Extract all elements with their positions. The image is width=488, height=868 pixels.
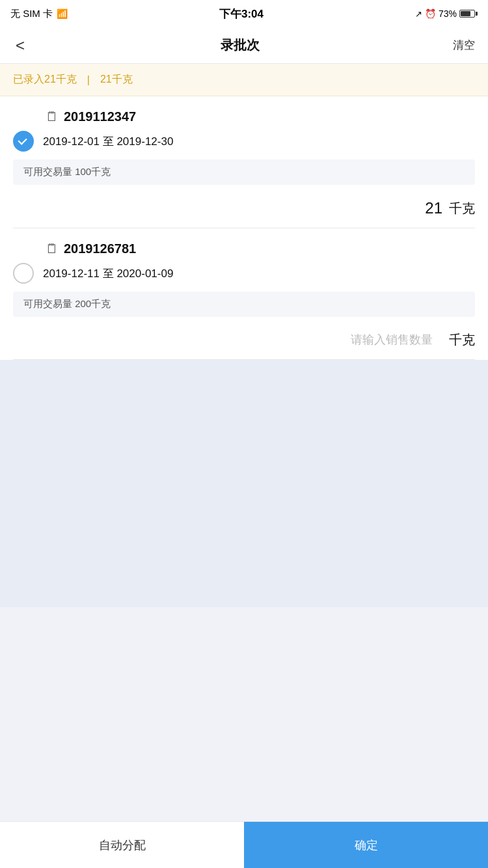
clear-button[interactable]: 清空 bbox=[453, 38, 475, 53]
batch-avail-2: 可用交易量 200千克 bbox=[13, 292, 475, 317]
alarm-icon: ⏰ bbox=[425, 8, 436, 19]
batch-avail-1: 可用交易量 100千克 bbox=[13, 159, 475, 185]
batch-id-2: 2019126781 bbox=[64, 241, 136, 256]
status-bar: 无 SIM 卡 📶 下午3:04 ↗ ⏰ 73% bbox=[0, 0, 488, 27]
summary-divider: | bbox=[87, 74, 90, 86]
nav-bar: < 录批次 清空 bbox=[0, 27, 488, 64]
batch-card-2: 🗒 2019126781 2019-12-11 至 2020-01-09 可用交… bbox=[0, 228, 488, 360]
status-right: ↗ ⏰ 73% bbox=[415, 8, 478, 19]
back-button[interactable]: < bbox=[13, 34, 27, 57]
batch-row-1: 2019-12-01 至 2019-12-30 bbox=[13, 131, 475, 152]
status-left: 无 SIM 卡 📶 bbox=[10, 8, 68, 20]
batch-header-1: 🗒 2019112347 bbox=[13, 109, 475, 124]
wifi-icon: 📶 bbox=[57, 8, 68, 19]
batch-row-2: 2019-12-11 至 2020-01-09 bbox=[13, 263, 475, 284]
quantity-input-row-2: 千克 bbox=[13, 325, 475, 360]
location-icon: ↗ bbox=[415, 9, 422, 19]
quantity-value-1: 21 bbox=[425, 199, 442, 217]
batch-date-1: 2019-12-01 至 2019-12-30 bbox=[43, 134, 173, 149]
batch-header-2: 🗒 2019126781 bbox=[13, 241, 475, 256]
batch-date-2: 2019-12-11 至 2020-01-09 bbox=[43, 266, 173, 281]
battery-percent: 73% bbox=[439, 8, 457, 19]
battery-icon bbox=[459, 10, 478, 18]
batch-doc-icon-1: 🗒 bbox=[46, 109, 59, 124]
quantity-unit-1: 千克 bbox=[449, 200, 475, 217]
batch-card-1: 🗒 2019112347 2019-12-01 至 2019-12-30 可用交… bbox=[0, 96, 488, 228]
radio-button-1[interactable] bbox=[13, 131, 34, 152]
status-time: 下午3:04 bbox=[219, 7, 264, 21]
summary-label: 已录入21千克 bbox=[13, 73, 77, 87]
batch-doc-icon-2: 🗒 bbox=[46, 241, 59, 256]
confirm-button[interactable]: 确定 bbox=[244, 822, 488, 868]
quantity-input-2[interactable] bbox=[312, 333, 442, 347]
quantity-row-1: 21 千克 bbox=[13, 193, 475, 228]
empty-area bbox=[0, 360, 488, 607]
page-title: 录批次 bbox=[221, 36, 260, 54]
batch-id-1: 2019112347 bbox=[64, 109, 136, 124]
radio-button-2[interactable] bbox=[13, 263, 34, 284]
sim-label: 无 SIM 卡 bbox=[10, 8, 53, 20]
auto-distribute-button[interactable]: 自动分配 bbox=[0, 822, 244, 868]
summary-banner: 已录入21千克 | 21千克 bbox=[0, 64, 488, 96]
bottom-bar: 自动分配 确定 bbox=[0, 821, 488, 868]
quantity-unit-2: 千克 bbox=[449, 331, 475, 349]
summary-value: 21千克 bbox=[100, 73, 133, 87]
